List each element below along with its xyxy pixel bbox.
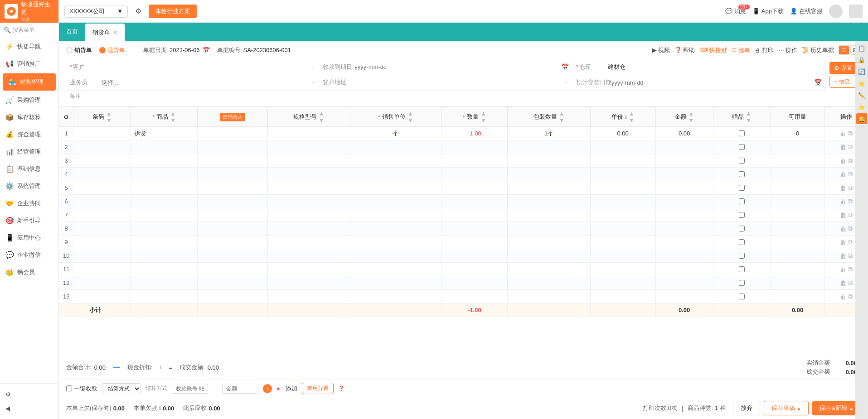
- float-btn-2[interactable]: 🔒: [856, 54, 867, 65]
- toolbar-help-btn[interactable]: ❓ 帮助: [674, 46, 695, 54]
- float-btn-7[interactable]: 🔔: [856, 113, 867, 124]
- delete-row-btn[interactable]: 🗑: [840, 293, 846, 300]
- logistics-btn[interactable]: + 物流: [829, 76, 857, 88]
- user-menu[interactable]: [849, 5, 863, 18]
- float-btn-1[interactable]: 📋: [856, 43, 867, 53]
- message-btn[interactable]: 💬 消息 99+: [725, 7, 746, 15]
- delete-row-btn[interactable]: 🗑: [840, 130, 846, 137]
- user-avatar[interactable]: [829, 5, 843, 18]
- remarks-input[interactable]: [102, 93, 857, 100]
- sidebar-item-system[interactable]: ⚙️ 系统管理: [0, 178, 58, 195]
- save-new-btn[interactable]: 保存&新增 ▲: [812, 401, 861, 415]
- radio-sales-order[interactable]: 销货单: [66, 46, 92, 54]
- sidebar-item-base[interactable]: 📋 基础信息: [0, 160, 58, 178]
- copy-row-btn[interactable]: ⧉: [848, 170, 853, 178]
- toolbar-print-btn[interactable]: 🖨 打印: [755, 46, 774, 54]
- copy-row-btn[interactable]: ⧉: [848, 184, 853, 192]
- sidebar-item-inventory[interactable]: 📦 库存核算: [0, 109, 58, 126]
- gift-checkbox[interactable]: [739, 158, 745, 164]
- gift-checkbox[interactable]: [739, 280, 745, 286]
- delete-row-btn[interactable]: 🗑: [840, 266, 846, 273]
- copy-row-btn[interactable]: ⧉: [848, 157, 853, 164]
- sidebar-item-member[interactable]: 👑 畅会员: [0, 264, 58, 281]
- toolbar-operations-btn[interactable]: ⋯ 操作: [778, 46, 797, 54]
- table-container[interactable]: ⚙ 条码▲▼ *商品▲▼ 扫码录入 规格型号▲▼ *销售单位▲▼: [59, 107, 868, 355]
- copy-row-btn[interactable]: ⧉: [848, 238, 853, 246]
- sidebar-bottom-collapse[interactable]: ◀: [0, 401, 58, 415]
- customer-more-btn[interactable]: ···: [312, 64, 315, 69]
- delete-row-btn[interactable]: 🗑: [840, 157, 846, 164]
- copy-row-btn[interactable]: ⧉: [848, 225, 853, 232]
- expense-help-icon[interactable]: ❓: [338, 385, 344, 391]
- delivery-date-input[interactable]: [611, 79, 812, 86]
- payment-method-select[interactable]: 结算方式: [102, 383, 141, 394]
- sidebar-item-wechat[interactable]: 💬 企业微信: [0, 246, 58, 264]
- header-settings-btn[interactable]: ⚙: [131, 5, 145, 18]
- float-btn-6[interactable]: ⭐: [856, 101, 867, 112]
- gift-checkbox[interactable]: [739, 253, 745, 259]
- sidebar-item-finance[interactable]: 💰 资金管理: [0, 126, 58, 143]
- float-btn-3[interactable]: 🔄: [856, 66, 867, 77]
- salesperson-input[interactable]: [102, 79, 310, 86]
- payment-due-input[interactable]: [354, 63, 559, 70]
- sidebar-item-quick-nav[interactable]: ⚡ 快捷导航: [0, 38, 58, 55]
- copy-row-btn[interactable]: ⧉: [848, 130, 853, 137]
- gift-checkbox[interactable]: [739, 226, 745, 231]
- add-payment-btn[interactable]: +: [263, 384, 272, 393]
- copy-row-btn[interactable]: ⧉: [848, 211, 853, 219]
- sidebar-item-purchase[interactable]: 🛒 采购管理: [0, 92, 58, 109]
- sidebar-item-marketing[interactable]: 📢 营销推广: [0, 55, 58, 72]
- payment-due-calendar-icon[interactable]: 📅: [561, 63, 569, 71]
- gift-checkbox[interactable]: [739, 239, 745, 245]
- customer-address-input[interactable]: [354, 79, 563, 86]
- save-draft-btn[interactable]: 保存草稿 ▲: [764, 401, 809, 415]
- view-list-btn[interactable]: ☰: [839, 45, 849, 55]
- gift-checkbox[interactable]: [739, 294, 745, 299]
- delete-row-btn[interactable]: 🗑: [840, 198, 846, 205]
- sidebar-item-operations[interactable]: 📊 经营管理: [0, 143, 58, 160]
- warehouse-more-btn[interactable]: ···: [818, 64, 822, 69]
- settings-action-btn[interactable]: ⚙ 设置: [829, 62, 857, 74]
- abandon-btn[interactable]: 放弃: [733, 401, 760, 415]
- gift-checkbox[interactable]: [739, 198, 745, 204]
- tab-sales-order[interactable]: 销货单 ✕: [85, 24, 125, 42]
- sidebar-item-enterprise[interactable]: 🤝 企业协同: [0, 195, 58, 212]
- sidebar-item-sales[interactable]: 🏪 销售管理: [3, 73, 56, 91]
- calendar-icon-date[interactable]: 📅: [203, 47, 210, 53]
- float-btn-4[interactable]: ⭐: [856, 78, 867, 89]
- gift-checkbox[interactable]: [739, 266, 745, 272]
- tab-close-btn[interactable]: ✕: [113, 29, 117, 36]
- address-more-btn[interactable]: ···: [565, 80, 568, 85]
- gift-checkbox[interactable]: [739, 171, 745, 177]
- delete-row-btn[interactable]: 🗑: [840, 239, 846, 246]
- customer-input[interactable]: [102, 63, 310, 70]
- col-header-settings[interactable]: ⚙: [59, 107, 73, 127]
- delivery-calendar-icon[interactable]: 📅: [814, 79, 822, 86]
- app-download-btn[interactable]: 📱 App下载: [752, 7, 784, 15]
- radio-return-order[interactable]: 退货单: [99, 46, 125, 54]
- company-selector[interactable]: XXXXXX公司 ▼: [64, 5, 128, 18]
- copy-row-btn[interactable]: ⧉: [848, 265, 853, 273]
- online-service-btn[interactable]: 👤 在线客服: [790, 7, 823, 15]
- delete-row-btn[interactable]: 🗑: [840, 279, 846, 287]
- one-click-payment[interactable]: 一键收款: [66, 385, 97, 393]
- delete-row-btn[interactable]: 🗑: [840, 252, 846, 260]
- gift-checkbox[interactable]: [739, 144, 745, 150]
- gift-checkbox[interactable]: [739, 212, 745, 218]
- sidebar-bottom-settings[interactable]: ⚙: [0, 387, 58, 401]
- copy-row-btn[interactable]: ⧉: [848, 197, 853, 205]
- account-input[interactable]: [172, 384, 208, 394]
- toolbar-select-btn[interactable]: ☰ 选单: [732, 46, 750, 54]
- copy-row-btn[interactable]: ⧉: [848, 143, 853, 151]
- delete-row-btn[interactable]: 🗑: [840, 225, 846, 232]
- copy-row-btn[interactable]: ⧉: [848, 252, 853, 260]
- delete-row-btn[interactable]: 🗑: [840, 144, 846, 151]
- delete-row-btn[interactable]: 🗑: [840, 184, 846, 192]
- amount-input[interactable]: [222, 384, 258, 394]
- sidebar-item-app[interactable]: 📱 应用中心: [0, 229, 58, 246]
- minus-icon[interactable]: —: [113, 363, 120, 371]
- one-click-checkbox[interactable]: [66, 385, 72, 391]
- sidebar-search[interactable]: 🔍 搜索菜单: [0, 23, 58, 38]
- tab-home[interactable]: 首页: [59, 23, 85, 41]
- delete-row-btn[interactable]: 🗑: [840, 212, 846, 219]
